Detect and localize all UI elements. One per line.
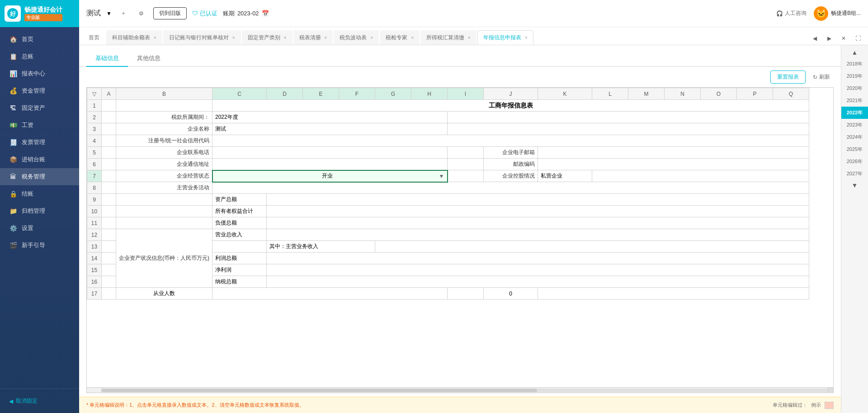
workspace-dropdown[interactable]: ▼ <box>106 10 112 17</box>
cell-13G[interactable] <box>375 241 809 253</box>
cell-17A[interactable] <box>102 288 116 300</box>
cell-5J[interactable]: 企业电子邮箱 <box>484 147 538 159</box>
user-menu[interactable]: 🐱 畅捷通B组... <box>814 6 861 21</box>
cell-6B[interactable]: 企业通信地址 <box>116 159 212 170</box>
cell-2C[interactable]: 2022年度 <box>212 112 448 123</box>
cell-12A[interactable] <box>102 229 116 241</box>
switch-old-button[interactable]: 切到旧版 <box>153 7 187 19</box>
cell-9A[interactable] <box>102 194 116 206</box>
year-2020[interactable]: 2020年 <box>841 82 868 94</box>
tab-close-taxfluct[interactable]: × <box>370 35 373 40</box>
cell-6C[interactable] <box>212 159 448 170</box>
year-2026[interactable]: 2026年 <box>841 155 868 168</box>
tab-taxcheck[interactable]: 税检专家× <box>380 30 420 45</box>
cell-15A[interactable] <box>102 264 116 276</box>
tab-scroll-left[interactable]: ◀ <box>808 32 821 45</box>
cell-13A[interactable] <box>102 241 116 253</box>
cell-6J[interactable]: 邮政编码 <box>484 159 538 170</box>
cell-14D[interactable] <box>267 253 809 264</box>
spreadsheet[interactable]: ▽ A B C D E F G H I J K <box>86 87 834 388</box>
subtab-basic[interactable]: 基础信息 <box>86 51 128 67</box>
add-button[interactable]: ＋ <box>117 7 130 20</box>
year-2018[interactable]: 2018年 <box>841 58 868 70</box>
cell-17B[interactable]: 从业人数 <box>116 288 212 300</box>
tab-close-annual[interactable]: × <box>525 35 528 40</box>
cell-12D[interactable] <box>267 229 809 241</box>
cell-3I[interactable] <box>448 123 809 135</box>
tab-taxform[interactable]: 税表清册× <box>293 30 333 45</box>
cell-14C[interactable]: 利润总额 <box>212 253 267 264</box>
sidebar-item-inventory[interactable]: 📦进销台账 <box>0 151 79 168</box>
cell-6A[interactable] <box>102 159 116 170</box>
cell-8A[interactable] <box>102 182 116 194</box>
cell-11C[interactable]: 负债总额 <box>212 217 267 229</box>
cell-4B[interactable]: 注册号/统一社会信用代码 <box>116 135 212 147</box>
cell-5A[interactable] <box>102 147 116 159</box>
cell-17I[interactable] <box>448 288 484 300</box>
cell-10A[interactable] <box>102 206 116 217</box>
cell-6K[interactable] <box>538 159 809 170</box>
cell-10C[interactable]: 所有者权益合计 <box>212 206 267 217</box>
unpin-button[interactable]: ◀ 取消固定 <box>0 394 79 408</box>
sidebar-item-home[interactable]: 🏠首页 <box>0 31 79 48</box>
cell-7K[interactable]: 私营企业 <box>538 170 592 182</box>
year-2022[interactable]: 2022年 <box>841 107 868 119</box>
sidebar-item-finance[interactable]: 💰资金管理 <box>0 82 79 99</box>
year-scroll-down[interactable]: ▼ <box>849 180 860 191</box>
sidebar-item-archive[interactable]: 📁归档管理 <box>0 202 79 220</box>
cell-2I[interactable] <box>448 112 809 123</box>
sidebar-item-salary[interactable]: 💵工资 <box>0 117 79 134</box>
tab-scroll-right[interactable]: ▶ <box>823 32 835 45</box>
cell-7J[interactable]: 企业控股情况 <box>484 170 538 182</box>
calendar-icon[interactable]: 📅 <box>262 10 269 17</box>
cell-13D[interactable]: 其中：主营业务收入 <box>267 241 375 253</box>
cell-11A[interactable] <box>102 217 116 229</box>
cell-6I[interactable] <box>448 159 484 170</box>
year-2023[interactable]: 2023年 <box>841 119 868 131</box>
cell-7B[interactable]: 企业经营状态 <box>116 170 212 182</box>
refresh-button[interactable]: ↻ 刷新 <box>809 71 834 83</box>
cell-7I[interactable] <box>448 170 484 182</box>
cell-8C[interactable] <box>212 182 809 194</box>
tab-journal[interactable]: 日记账与银行对账单核对× <box>163 30 241 45</box>
cell-3C[interactable]: 测试 <box>212 123 448 135</box>
cell-5B[interactable]: 企业联系电话 <box>116 147 212 159</box>
cell-15D[interactable] <box>267 264 809 276</box>
tab-close-taxform[interactable]: × <box>325 35 327 40</box>
cell-15C[interactable]: 净利润 <box>212 264 267 276</box>
tab-close-aux[interactable]: × <box>154 35 156 40</box>
sidebar-item-invoice[interactable]: 🧾发票管理 <box>0 134 79 151</box>
tab-expand[interactable]: ⛶ <box>852 32 864 45</box>
sidebar-item-settings[interactable]: ⚙️设置 <box>0 220 79 237</box>
tab-close-journal[interactable]: × <box>232 35 235 40</box>
cell-5K[interactable] <box>538 147 809 159</box>
settings-button[interactable]: ⚙ <box>135 7 148 20</box>
cell-3B[interactable]: 企业名称 <box>116 123 212 135</box>
tab-close-taxcheck[interactable]: × <box>411 35 414 40</box>
cell-11D[interactable] <box>267 217 809 229</box>
cell-9D[interactable] <box>267 194 809 206</box>
year-2024[interactable]: 2024年 <box>841 131 868 143</box>
tab-close-incometax[interactable]: × <box>468 35 471 40</box>
cell-10D[interactable] <box>267 206 809 217</box>
year-scroll-up[interactable]: ▲ <box>849 47 860 58</box>
cell-5I[interactable] <box>448 147 484 159</box>
cell-17K[interactable] <box>538 288 809 300</box>
cell-4A[interactable] <box>102 135 116 147</box>
cell-9C[interactable]: 资产总额 <box>212 194 267 206</box>
sidebar-item-assets[interactable]: 🏗固定资产 <box>0 99 79 117</box>
cell-16A[interactable] <box>102 276 116 288</box>
tab-taxfluct[interactable]: 税负波动表× <box>334 30 379 45</box>
cell-9B[interactable] <box>116 194 212 206</box>
cell-13C[interactable] <box>212 241 267 253</box>
sidebar-item-closing[interactable]: 🔒结账 <box>0 185 79 202</box>
subtab-other[interactable]: 其他信息 <box>128 51 170 67</box>
sidebar-item-reports[interactable]: 📊报表中心 <box>0 65 79 82</box>
cell-1C[interactable]: 工商年报信息表 <box>212 100 809 112</box>
tab-assets[interactable]: 固定资产类别× <box>242 30 292 45</box>
cell-12C[interactable]: 营业总收入 <box>212 229 267 241</box>
year-2027[interactable]: 2027年 <box>841 168 868 180</box>
tab-close-assets[interactable]: × <box>284 35 287 40</box>
cell-5C[interactable] <box>212 147 448 159</box>
cell-7L[interactable] <box>592 170 809 182</box>
